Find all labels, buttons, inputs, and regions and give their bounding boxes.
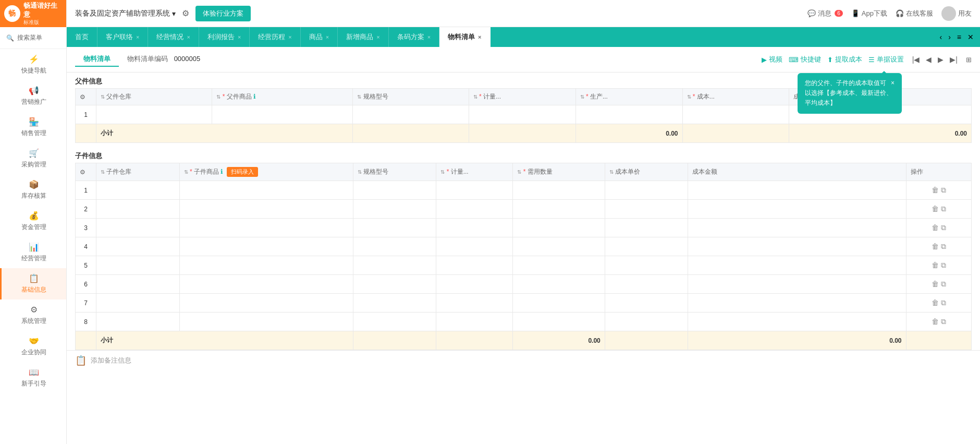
child-cell-warehouse-5[interactable] xyxy=(96,256,180,275)
tab-products-close[interactable]: × xyxy=(326,34,329,40)
child-cell-unit-4[interactable] xyxy=(436,237,513,256)
child-cell-unit-cost-3[interactable] xyxy=(605,219,688,237)
tab-history-close[interactable]: × xyxy=(288,34,291,40)
child-cell-unit-6[interactable] xyxy=(436,275,513,294)
sort-icon-4[interactable]: ⇅ xyxy=(473,94,477,100)
sidebar-item-collab[interactable]: 🤝 企业协同 xyxy=(0,331,66,362)
child-cell-warehouse-2[interactable] xyxy=(96,200,180,219)
sidebar-item-inventory[interactable]: 📦 库存核算 xyxy=(0,174,66,206)
copy-icon-5[interactable]: ⧉ xyxy=(941,261,946,270)
parent-cell-cost-1[interactable] xyxy=(682,105,789,124)
child-cell-spec-4[interactable] xyxy=(353,237,436,256)
tab-prev-icon[interactable]: ‹ xyxy=(937,32,944,42)
parent-cell-product-1[interactable] xyxy=(212,105,353,124)
child-cell-qty-3[interactable] xyxy=(513,219,605,237)
child-cell-spec-2[interactable] xyxy=(353,200,436,219)
child-cell-product-3[interactable] xyxy=(179,219,353,237)
copy-icon-1[interactable]: ⧉ xyxy=(941,186,946,195)
settings-icon[interactable]: ⚙ xyxy=(182,8,189,18)
add-notes-label[interactable]: 添加备注信息 xyxy=(91,356,131,365)
child-cell-unit-cost-6[interactable] xyxy=(605,275,688,294)
tooltip-close-button[interactable]: × xyxy=(891,78,895,88)
child-cell-product-7[interactable] xyxy=(179,294,353,313)
grid-view-icon[interactable]: ⊞ xyxy=(966,56,972,64)
child-cell-qty-6[interactable] xyxy=(513,275,605,294)
shortcut-item[interactable]: ⌨ 快捷键 xyxy=(789,55,821,64)
sidebar-item-quick-nav[interactable]: ⚡ 快捷导航 xyxy=(0,49,66,80)
child-cell-qty-2[interactable] xyxy=(513,200,605,219)
parent-cell-warehouse-1[interactable] xyxy=(96,105,212,124)
delete-icon-2[interactable]: 🗑 xyxy=(932,205,939,213)
online-support-item[interactable]: 🎧 在线客服 xyxy=(896,9,933,18)
sort-icon-c4[interactable]: ⇅ xyxy=(440,169,445,175)
child-cell-spec-3[interactable] xyxy=(353,219,436,237)
sub-tab-bom-code[interactable]: 物料清单编码 0000005 xyxy=(119,52,209,67)
child-cell-product-4[interactable] xyxy=(179,237,353,256)
child-cell-unit-1[interactable] xyxy=(436,181,513,200)
child-cell-qty-4[interactable] xyxy=(513,237,605,256)
delete-icon-7[interactable]: 🗑 xyxy=(932,298,939,307)
child-cell-unit-2[interactable] xyxy=(436,200,513,219)
sort-icon-c2[interactable]: ⇅ xyxy=(184,169,188,175)
child-cell-unit-cost-2[interactable] xyxy=(605,200,688,219)
child-cell-spec-7[interactable] xyxy=(353,294,436,313)
child-cell-product-2[interactable] xyxy=(179,200,353,219)
system-title[interactable]: 装备及固定资产辅助管理系统 ▾ xyxy=(75,9,176,18)
delete-icon-3[interactable]: 🗑 xyxy=(932,223,939,232)
child-cell-warehouse-6[interactable] xyxy=(96,275,180,294)
doc-last-icon[interactable]: ▶| xyxy=(948,54,960,65)
child-cell-qty-8[interactable] xyxy=(513,313,605,331)
child-cell-product-5[interactable] xyxy=(179,256,353,275)
tab-close-all-icon[interactable]: ✕ xyxy=(965,32,976,42)
sort-icon-c3[interactable]: ⇅ xyxy=(358,169,362,175)
child-cell-warehouse-3[interactable] xyxy=(96,219,180,237)
child-cell-unit-5[interactable] xyxy=(436,256,513,275)
child-cell-warehouse-8[interactable] xyxy=(96,313,180,331)
doc-first-icon[interactable]: |◀ xyxy=(910,54,922,65)
child-cell-spec-8[interactable] xyxy=(353,313,436,331)
sort-icon-6[interactable]: ⇅ xyxy=(687,94,691,100)
tab-bom[interactable]: 物料清单 × xyxy=(439,27,490,47)
tab-barcode-close[interactable]: × xyxy=(427,34,431,40)
child-cell-warehouse-7[interactable] xyxy=(96,294,180,313)
child-col-settings[interactable]: ⚙ xyxy=(76,163,96,181)
tab-profit[interactable]: 利润报告 × xyxy=(199,27,250,47)
sub-tab-bom[interactable]: 物料清单 xyxy=(75,52,119,67)
tab-customer[interactable]: 客户联络 × xyxy=(97,27,148,47)
copy-icon-4[interactable]: ⧉ xyxy=(941,242,946,251)
sidebar-item-marketing[interactable]: 📢 营销推广 xyxy=(0,80,66,112)
sidebar-item-operations[interactable]: 📊 经营管理 xyxy=(0,237,66,268)
child-cell-unit-8[interactable] xyxy=(436,313,513,331)
app-download-item[interactable]: 📱 App下载 xyxy=(851,9,887,18)
child-cell-unit-cost-7[interactable] xyxy=(605,294,688,313)
child-cell-qty-7[interactable] xyxy=(513,294,605,313)
sort-icon-c5[interactable]: ⇅ xyxy=(517,169,521,175)
copy-icon-8[interactable]: ⧉ xyxy=(941,317,946,326)
tab-profit-close[interactable]: × xyxy=(238,34,241,40)
scan-input-button[interactable]: 扫码录入 xyxy=(227,167,258,177)
search-menu-button[interactable]: 🔍 搜索菜单 xyxy=(4,31,62,44)
user-item[interactable]: 用友 xyxy=(941,6,972,21)
copy-icon-7[interactable]: ⧉ xyxy=(941,298,946,307)
tab-next-icon[interactable]: › xyxy=(946,32,953,42)
tab-operations-close[interactable]: × xyxy=(187,34,190,40)
child-cell-spec-1[interactable] xyxy=(353,181,436,200)
sidebar-item-finance[interactable]: 💰 资金管理 xyxy=(0,206,66,237)
delete-icon-4[interactable]: 🗑 xyxy=(932,242,939,251)
parent-cell-production-1[interactable] xyxy=(575,105,682,124)
child-cell-qty-5[interactable] xyxy=(513,256,605,275)
sidebar-item-basic-info[interactable]: 📋 基础信息 xyxy=(0,268,66,299)
delete-icon-8[interactable]: 🗑 xyxy=(932,317,939,326)
parent-cell-unit-1[interactable] xyxy=(469,105,575,124)
tab-operations[interactable]: 经营情况 × xyxy=(148,27,199,47)
delete-icon-6[interactable]: 🗑 xyxy=(932,280,939,289)
doc-prev-icon[interactable]: ◀ xyxy=(924,54,934,65)
parent-cell-spec-1[interactable] xyxy=(353,105,469,124)
tab-products[interactable]: 商品 × xyxy=(301,27,338,47)
tab-customer-close[interactable]: × xyxy=(136,34,139,40)
tab-menu-icon[interactable]: ≡ xyxy=(955,32,963,42)
parent-col-settings[interactable]: ⚙ xyxy=(76,89,96,105)
copy-icon-2[interactable]: ⧉ xyxy=(941,205,946,213)
trial-button[interactable]: 体验行业方案 xyxy=(195,6,251,21)
child-cell-spec-6[interactable] xyxy=(353,275,436,294)
